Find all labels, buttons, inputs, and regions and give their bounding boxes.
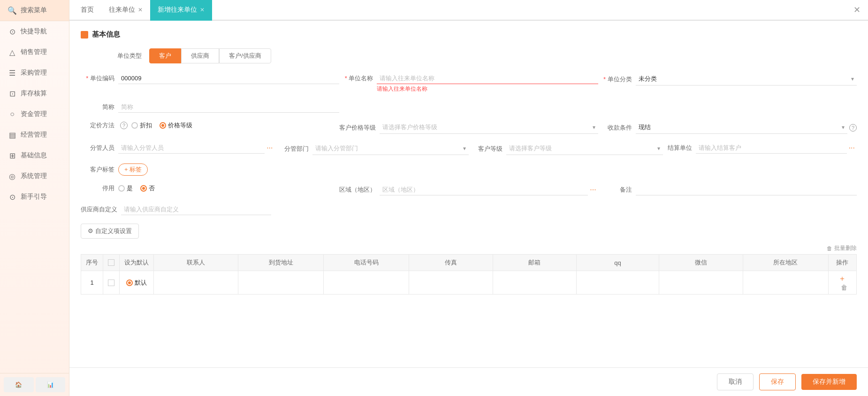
pricing-help-icon[interactable]: ? [120,122,128,129]
sidebar-search[interactable]: 🔍 搜索菜单 [0,0,69,21]
pricing-discount-option[interactable]: 折扣 [131,121,152,130]
tab-close-contacts[interactable]: ✕ [138,7,143,13]
disable-field: 停用 是 否 [81,184,339,193]
unit-category-select[interactable]: 未分类 ▾ [636,73,857,85]
table-cell-seq: 1 [81,271,103,295]
fax-input[interactable] [414,277,487,288]
add-tag-button[interactable]: + 标签 [118,163,148,176]
form-row-5: 客户标签 + 标签 [81,163,857,176]
batch-delete-label: 批量删除 [834,244,857,252]
settlement-input[interactable] [696,142,847,154]
tab-bar: 首页往来单位✕新增往来单位✕ ✕ [69,0,868,21]
add-row-button[interactable]: ＋ [838,274,846,282]
table-cell-checkbox[interactable] [103,271,120,295]
row-region-input[interactable] [748,277,823,288]
unit-type-customer-button[interactable]: 客户 [149,48,181,63]
window-close-button[interactable]: ✕ [850,5,864,15]
save-button[interactable]: 保存 [759,373,796,390]
form-row-3: 定价方法 ? 折扣 价格等级 客户价格等级 请选择客户价格等级 [81,121,857,134]
finance-icon: ○ [8,109,17,119]
sidebar-item-system[interactable]: ◎ 系统管理 [0,166,69,186]
disable-no-option[interactable]: 否 [140,184,155,193]
sidebar-item-purchase[interactable]: ☰ 采购管理 [0,62,69,83]
sidebar-bottom: 🏠 📊 [0,373,69,396]
unit-name-input[interactable] [377,73,598,84]
pricing-discount-label: 折扣 [140,121,152,130]
disable-yes-option[interactable]: 是 [118,184,133,193]
contact-input[interactable] [159,277,233,288]
region-field: 区域（地区） ··· [339,184,598,195]
region-input[interactable] [380,184,588,195]
table-cell-email[interactable] [493,271,576,295]
payment-help-icon[interactable]: ? [849,124,857,132]
disable-label: 停用 [81,184,118,193]
supplier-custom-input[interactable] [121,204,271,215]
settlement-more-button[interactable]: ··· [847,144,857,152]
tab-home[interactable]: 首页 [73,0,101,21]
customer-price-label: 客户价格等级 [339,124,380,132]
manager-field: 分管人员 ··· [81,142,275,154]
customer-price-chevron: ▾ [593,124,595,131]
table-cell-wechat[interactable] [659,271,743,295]
short-name-input[interactable] [118,101,339,113]
sidebar-item-operations[interactable]: ▤ 经营管理 [0,124,69,145]
sidebar-item-basic[interactable]: ⊞ 基础信息 [0,145,69,166]
sidebar-home-button[interactable]: 🏠 [4,377,34,392]
department-select[interactable]: 请输入分管部门 ▾ [312,142,469,155]
wechat-input[interactable] [664,277,738,288]
manager-more-button[interactable]: ··· [265,144,274,152]
tab-close-new-contact[interactable]: ✕ [200,7,205,13]
unit-code-input[interactable] [118,73,339,84]
unit-type-row: 单位类型 客户供应商客户/供应商 [81,48,857,63]
table-cell-address[interactable] [238,271,324,295]
qq-input[interactable] [581,277,655,288]
payment-select[interactable]: 现结 ▾ [636,121,847,134]
custom-settings-button[interactable]: ⚙ 自定义项设置 [81,224,139,239]
table-header-cell: 设为默认 [120,255,154,271]
address-input[interactable] [243,277,319,288]
search-icon: 🔍 [8,6,17,15]
sidebar-item-inventory[interactable]: ⊡ 库存核算 [0,83,69,104]
phone-input[interactable] [328,277,404,288]
del-row-button[interactable]: 🗑 [841,284,847,291]
batch-delete-button[interactable]: 🗑 批量删除 [827,244,857,252]
table-header-cell: 电话号码 [324,255,409,271]
tab-new-contact[interactable]: 新增往来单位✕ [150,0,212,21]
table-cell-qq[interactable] [576,271,659,295]
disable-yes-label: 是 [127,184,133,193]
table-cell-contact[interactable] [154,271,238,295]
table-cell-region[interactable] [743,271,828,295]
operations-icon: ▤ [8,130,17,140]
pricing-level-option[interactable]: 价格等级 [160,121,192,130]
short-name-label: 简称 [81,103,118,111]
table-cell-fax[interactable] [409,271,493,295]
cancel-button[interactable]: 取消 [717,373,754,390]
unit-type-supplier-button[interactable]: 供应商 [181,48,219,63]
customer-level-select[interactable]: 请选择客户等级 ▾ [506,142,663,155]
sidebar-item-guide[interactable]: ⊙ 新手引导 [0,186,69,207]
region-more-button[interactable]: ··· [588,186,598,194]
customer-price-select[interactable]: 请选择客户价格等级 ▾ [380,121,598,134]
table-header-cell: qq [576,255,659,271]
unit-category-value: 未分类 [639,75,851,83]
form-content: 基本信息 单位类型 客户供应商客户/供应商 单位编码 单位名称 请输入往来单位名… [69,21,868,367]
tab-contacts[interactable]: 往来单位✕ [101,0,150,21]
unit-type-both-button[interactable]: 客户/供应商 [219,48,271,63]
save-new-button[interactable]: 保存并新增 [801,374,857,390]
department-chevron: ▾ [463,145,466,152]
sidebar-search-label: 搜索菜单 [21,6,47,15]
default-radio-item[interactable]: 默认 [126,279,147,287]
sidebar-item-sales[interactable]: △ 销售管理 [0,42,69,62]
table-header-cell: 操作 [828,255,856,271]
table-header-cell: 邮箱 [493,255,576,271]
sidebar-item-finance[interactable]: ○ 资金管理 [0,104,69,124]
customer-level-label: 客户等级 [469,145,506,153]
sidebar-item-quick-nav[interactable]: ⊙ 快捷导航 [0,21,69,42]
section-header: 基本信息 [81,30,857,39]
manager-input[interactable] [118,142,265,154]
email-input[interactable] [498,277,571,288]
table-cell-phone[interactable] [324,271,409,295]
remark-input[interactable] [636,184,857,195]
sidebar-more-button[interactable]: 📊 [36,377,66,392]
pricing-label: 定价方法 [81,121,118,130]
